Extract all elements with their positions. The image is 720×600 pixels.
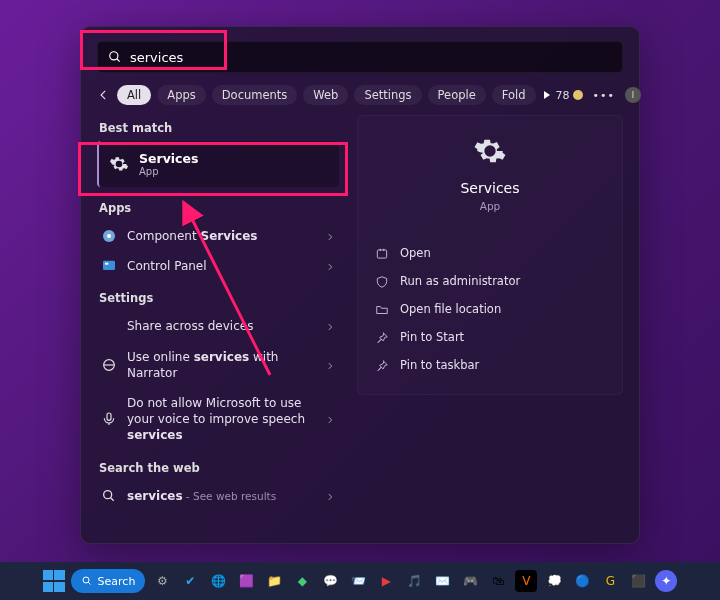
filter-pill-apps[interactable]: Apps (157, 85, 205, 105)
chevron-right-icon (325, 414, 335, 424)
filter-pill-documents[interactable]: Documents (212, 85, 298, 105)
svg-rect-5 (105, 263, 108, 265)
app-icon (101, 228, 117, 244)
svg-rect-10 (377, 250, 386, 258)
app-icon-large (473, 134, 507, 168)
search-icon (108, 50, 122, 64)
taskbar-app-icon[interactable]: 🛍 (487, 570, 509, 592)
action-pin-start[interactable]: Pin to Start (372, 324, 608, 352)
section-label-web: Search the web (99, 461, 339, 475)
taskbar-app-icon[interactable]: 🌐 (207, 570, 229, 592)
filter-pill-settings[interactable]: Settings (354, 85, 421, 105)
action-open-location[interactable]: Open file location (372, 296, 608, 324)
open-icon (374, 246, 390, 262)
taskbar-app-icon[interactable]: ✉️ (431, 570, 453, 592)
taskbar-search-button[interactable]: Search (71, 569, 146, 593)
pin-icon (374, 358, 390, 374)
chevron-right-icon (325, 231, 335, 241)
taskbar-app-icon[interactable]: ⚙ (151, 570, 173, 592)
best-match-subtitle: App (139, 166, 198, 177)
svg-line-13 (88, 582, 90, 584)
result-speech-services[interactable]: Do not allow Microsoft to use your voice… (97, 388, 339, 451)
svg-point-3 (107, 234, 111, 238)
search-query-text: services (130, 50, 183, 65)
svg-rect-7 (107, 413, 111, 420)
rewards-points: 78 (556, 89, 570, 102)
microphone-icon (101, 411, 117, 427)
filter-bar: All Apps Documents Web Settings People F… (97, 85, 623, 105)
user-avatar[interactable]: I (625, 87, 641, 103)
taskbar-app-icon[interactable]: ✔ (179, 570, 201, 592)
taskbar-app-icon[interactable]: 💬 (319, 570, 341, 592)
start-search-panel: services All Apps Documents Web Settings… (80, 26, 640, 544)
taskbar-app-icon[interactable]: 📨 (347, 570, 369, 592)
taskbar-app-icon[interactable]: 💭 (543, 570, 565, 592)
gear-icon (109, 154, 129, 174)
result-share-across-devices[interactable]: Share across devices (97, 311, 339, 341)
filter-pill-folders[interactable]: Fold (492, 85, 536, 105)
filter-pill-web[interactable]: Web (303, 85, 348, 105)
result-narrator-services[interactable]: Use online services with Narrator (97, 342, 339, 388)
filter-pill-all[interactable]: All (117, 85, 151, 105)
more-options-button[interactable]: ••• (593, 89, 615, 102)
svg-point-8 (104, 490, 112, 498)
action-pin-taskbar[interactable]: Pin to taskbar (372, 352, 608, 380)
taskbar-app-icon[interactable]: ▶ (375, 570, 397, 592)
taskbar-app-icon[interactable]: 📁 (263, 570, 285, 592)
shield-icon (374, 274, 390, 290)
best-match-result[interactable]: Services App (97, 141, 339, 187)
svg-line-9 (111, 497, 114, 500)
taskbar-app-icon[interactable]: ◆ (291, 570, 313, 592)
taskbar-app-icon[interactable]: ✦ (655, 570, 677, 592)
search-icon (101, 488, 117, 504)
rewards-badge[interactable]: 78 (556, 89, 583, 102)
folder-icon (374, 302, 390, 318)
back-button[interactable] (97, 85, 111, 105)
svg-point-0 (110, 52, 118, 60)
narrator-icon (101, 357, 117, 373)
taskbar-app-icon[interactable]: 🔵 (571, 570, 593, 592)
detail-title: Services (460, 180, 519, 196)
filter-pill-people[interactable]: People (428, 85, 486, 105)
chevron-right-icon (325, 360, 335, 370)
taskbar-app-icon[interactable]: 🎵 (403, 570, 425, 592)
pin-icon (374, 330, 390, 346)
taskbar-search-label: Search (98, 575, 136, 588)
action-open[interactable]: Open (372, 240, 608, 268)
taskbar-app-icon[interactable]: V (515, 570, 537, 592)
search-input[interactable]: services (97, 41, 623, 73)
best-match-title: Services (139, 151, 198, 166)
taskbar-app-icon[interactable]: ⬛ (627, 570, 649, 592)
svg-rect-4 (103, 261, 115, 270)
detail-subtitle: App (480, 200, 501, 212)
svg-point-12 (83, 577, 89, 583)
results-detail-pane: Services App Open Run as administrator O… (357, 115, 623, 511)
filters-overflow-icon[interactable] (544, 91, 550, 99)
chevron-right-icon (325, 261, 335, 271)
result-component-services[interactable]: Component Services (97, 221, 339, 251)
action-run-as-admin[interactable]: Run as administrator (372, 268, 608, 296)
svg-line-1 (117, 59, 120, 62)
search-icon (81, 575, 93, 587)
start-button[interactable] (43, 570, 65, 592)
rewards-icon (573, 90, 583, 100)
section-label-settings: Settings (99, 291, 339, 305)
app-icon (101, 258, 117, 274)
results-left-column: Best match Services App Apps Component S… (97, 115, 339, 511)
result-web-services[interactable]: services - See web results (97, 481, 339, 511)
section-label-apps: Apps (99, 201, 339, 215)
taskbar: Search ⚙ ✔ 🌐 🟪 📁 ◆ 💬 📨 ▶ 🎵 ✉️ 🎮 🛍 V 💭 🔵 … (0, 562, 720, 600)
section-label-best-match: Best match (99, 121, 339, 135)
taskbar-app-icon[interactable]: G (599, 570, 621, 592)
chevron-right-icon (325, 491, 335, 501)
taskbar-app-icon[interactable]: 🟪 (235, 570, 257, 592)
taskbar-app-icon[interactable]: 🎮 (459, 570, 481, 592)
chevron-right-icon (325, 321, 335, 331)
result-control-panel[interactable]: Control Panel (97, 251, 339, 281)
